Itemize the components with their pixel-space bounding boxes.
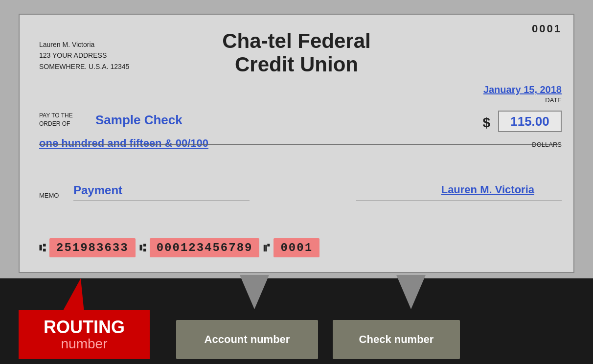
written-amount: one hundred and fifteen & 00/100 (39, 137, 208, 150)
pay-to-line (95, 125, 418, 125)
micr-symbol-right: ⑆ (139, 242, 146, 254)
micr-routing-number: 251983633 (49, 238, 136, 257)
amount-value: 115.00 (510, 114, 549, 129)
memo-line (73, 201, 250, 201)
holder-name: Lauren M. Victoria (39, 39, 129, 50)
pay-to-value: Sample Check (95, 113, 182, 128)
micr-line: ⑆ 251983633 ⑆ 000123456789 ⑈ 0001 (39, 238, 319, 257)
pay-to-label: PAY TO THEORDER OF (39, 112, 73, 128)
signature-value: Lauren M. Victoria (441, 183, 534, 196)
account-arrow-icon (240, 275, 269, 309)
account-holder-address: Lauren M. Victoria 123 YOUR ADDRESS SOME… (39, 39, 129, 72)
holder-address1: 123 YOUR ADDRESS (39, 50, 129, 61)
amount-box: 115.00 (498, 111, 562, 132)
routing-label-box: ROUTING number (19, 310, 150, 359)
date-section: January 15, 2018 DATE (483, 84, 562, 104)
check-number-display: 0001 (532, 23, 562, 35)
written-amount-line (39, 144, 558, 145)
micr-symbol-left: ⑆ (39, 242, 46, 254)
micr-account-number: 000123456789 (150, 238, 260, 257)
dollars-label: DOLLARS (532, 141, 562, 148)
micr-equals-symbol: ⑈ (263, 242, 270, 254)
check-label-box: Check number (333, 320, 460, 359)
check-number-arrow-icon (396, 275, 426, 309)
account-label-text: Account number (205, 333, 290, 346)
routing-label-bottom: number (61, 337, 108, 352)
account-label-box: Account number (176, 320, 318, 359)
holder-address2: SOMEWHERE. U.S.A. 12345 (39, 61, 129, 72)
check-document: 0001 Cha-tel Federal Credit Union Lauren… (19, 14, 574, 273)
memo-value: Payment (73, 183, 122, 197)
bank-name: Cha-tel Federal Credit Union (222, 29, 370, 77)
date-value: January 15, 2018 (483, 84, 562, 95)
check-label-text: Check number (359, 333, 434, 346)
signature-line (356, 201, 562, 201)
memo-label: MEMO (39, 192, 59, 199)
micr-check-number: 0001 (274, 238, 319, 257)
date-label: DATE (483, 96, 562, 104)
dollar-sign: $ (482, 115, 490, 131)
routing-label-top: ROUTING (44, 318, 125, 337)
